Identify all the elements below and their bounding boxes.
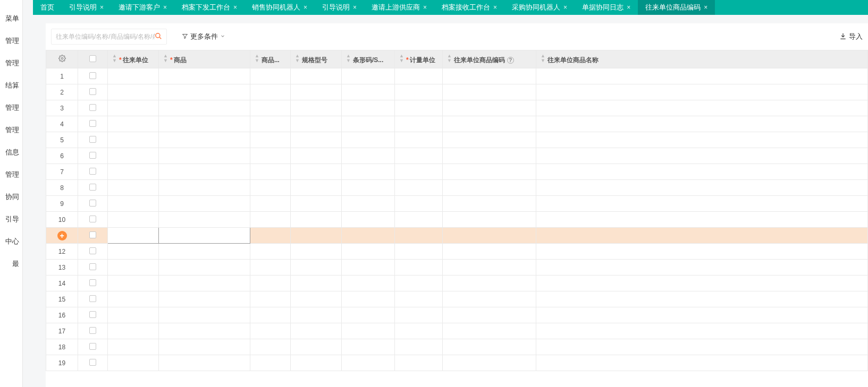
cell[interactable] bbox=[291, 355, 342, 371]
cell[interactable] bbox=[159, 276, 250, 291]
row-checkbox[interactable] bbox=[89, 279, 96, 286]
cell[interactable] bbox=[342, 323, 395, 339]
cell[interactable] bbox=[395, 68, 443, 84]
table-row[interactable]: 18 bbox=[46, 339, 868, 355]
row-checkbox[interactable] bbox=[89, 104, 96, 111]
cell[interactable] bbox=[395, 307, 443, 323]
cell[interactable] bbox=[291, 84, 342, 100]
cell[interactable] bbox=[536, 116, 868, 132]
table-row[interactable]: 13 bbox=[46, 260, 868, 276]
gear-icon[interactable] bbox=[58, 56, 66, 64]
cell[interactable] bbox=[342, 339, 395, 355]
tab[interactable]: 引导说明× bbox=[62, 0, 111, 15]
cell[interactable] bbox=[159, 148, 250, 164]
cell[interactable] bbox=[108, 339, 159, 355]
cell[interactable] bbox=[395, 84, 443, 100]
row-checkbox[interactable] bbox=[89, 88, 96, 95]
cell[interactable] bbox=[395, 164, 443, 180]
close-icon[interactable]: × bbox=[627, 4, 630, 11]
cell[interactable] bbox=[395, 116, 443, 132]
cell[interactable] bbox=[342, 276, 395, 291]
cell[interactable] bbox=[159, 244, 250, 260]
table-row[interactable]: 1 bbox=[46, 68, 868, 84]
cell[interactable] bbox=[395, 212, 443, 228]
table-row[interactable]: 14 bbox=[46, 276, 868, 291]
cell[interactable] bbox=[291, 307, 342, 323]
row-checkbox[interactable] bbox=[89, 72, 96, 79]
cell[interactable] bbox=[159, 116, 250, 132]
cell[interactable] bbox=[108, 228, 159, 244]
cell[interactable] bbox=[342, 132, 395, 148]
sidebar-item[interactable]: 引导 bbox=[0, 208, 22, 230]
table-row[interactable]: 5 bbox=[46, 132, 868, 148]
cell[interactable] bbox=[443, 84, 536, 100]
cell[interactable] bbox=[395, 276, 443, 291]
cell[interactable] bbox=[536, 148, 868, 164]
row-checkbox[interactable] bbox=[89, 200, 96, 207]
cell[interactable] bbox=[159, 323, 250, 339]
cell[interactable] bbox=[443, 148, 536, 164]
row-checkbox[interactable] bbox=[89, 231, 96, 238]
table-row[interactable]: 9 bbox=[46, 196, 868, 212]
row-checkbox[interactable] bbox=[89, 120, 96, 127]
cell[interactable] bbox=[443, 291, 536, 307]
cell[interactable] bbox=[291, 116, 342, 132]
cell[interactable] bbox=[291, 100, 342, 116]
cell[interactable] bbox=[250, 228, 291, 244]
row-checkbox[interactable] bbox=[89, 184, 96, 191]
cell[interactable] bbox=[443, 132, 536, 148]
cell[interactable] bbox=[250, 116, 291, 132]
cell[interactable] bbox=[536, 276, 868, 291]
cell[interactable] bbox=[443, 164, 536, 180]
table-row[interactable]: 6 bbox=[46, 148, 868, 164]
cell[interactable] bbox=[395, 196, 443, 212]
cell[interactable] bbox=[443, 355, 536, 371]
cell[interactable] bbox=[108, 355, 159, 371]
table-row[interactable]: 2 bbox=[46, 84, 868, 100]
cell[interactable] bbox=[250, 291, 291, 307]
sidebar-item[interactable]: 最 bbox=[0, 253, 22, 275]
cell[interactable] bbox=[342, 228, 395, 244]
cell[interactable] bbox=[443, 339, 536, 355]
cell[interactable] bbox=[250, 307, 291, 323]
cell[interactable] bbox=[536, 180, 868, 196]
sort-icon[interactable]: ▲▼ bbox=[295, 54, 300, 63]
cell[interactable] bbox=[443, 196, 536, 212]
column-header-pcls[interactable]: ▲▼商品... bbox=[250, 50, 291, 68]
close-icon[interactable]: × bbox=[304, 4, 307, 11]
cell[interactable] bbox=[250, 355, 291, 371]
cell[interactable] bbox=[536, 196, 868, 212]
column-header-bar[interactable]: ▲▼条形码/S... bbox=[342, 50, 395, 68]
cell[interactable] bbox=[536, 228, 868, 244]
cell[interactable] bbox=[395, 260, 443, 276]
help-icon[interactable]: ? bbox=[507, 57, 514, 64]
cell[interactable] bbox=[395, 132, 443, 148]
cell[interactable] bbox=[342, 212, 395, 228]
cell[interactable] bbox=[342, 180, 395, 196]
cell[interactable] bbox=[250, 84, 291, 100]
tab[interactable]: 引导说明× bbox=[315, 0, 364, 15]
cell[interactable] bbox=[291, 276, 342, 291]
cell[interactable] bbox=[342, 291, 395, 307]
more-filter-button[interactable]: 更多条件 bbox=[182, 32, 225, 41]
add-row-icon[interactable]: + bbox=[57, 231, 67, 240]
row-checkbox[interactable] bbox=[89, 295, 96, 302]
cell[interactable] bbox=[159, 68, 250, 84]
sidebar-item[interactable]: 协同 bbox=[0, 186, 22, 208]
cell[interactable] bbox=[159, 180, 250, 196]
cell[interactable] bbox=[291, 244, 342, 260]
close-icon[interactable]: × bbox=[100, 4, 104, 11]
cell[interactable] bbox=[291, 291, 342, 307]
sort-icon[interactable]: ▲▼ bbox=[399, 54, 404, 63]
cell[interactable] bbox=[108, 244, 159, 260]
close-icon[interactable]: × bbox=[493, 4, 497, 11]
cell[interactable] bbox=[250, 260, 291, 276]
sidebar-item[interactable]: 结算 bbox=[0, 74, 22, 97]
search-box[interactable] bbox=[51, 29, 167, 45]
cell[interactable] bbox=[443, 180, 536, 196]
row-checkbox[interactable] bbox=[89, 327, 96, 334]
cell[interactable] bbox=[342, 148, 395, 164]
cell[interactable] bbox=[291, 68, 342, 84]
close-icon[interactable]: × bbox=[423, 4, 427, 11]
sidebar-item[interactable]: 管理 bbox=[0, 52, 22, 74]
